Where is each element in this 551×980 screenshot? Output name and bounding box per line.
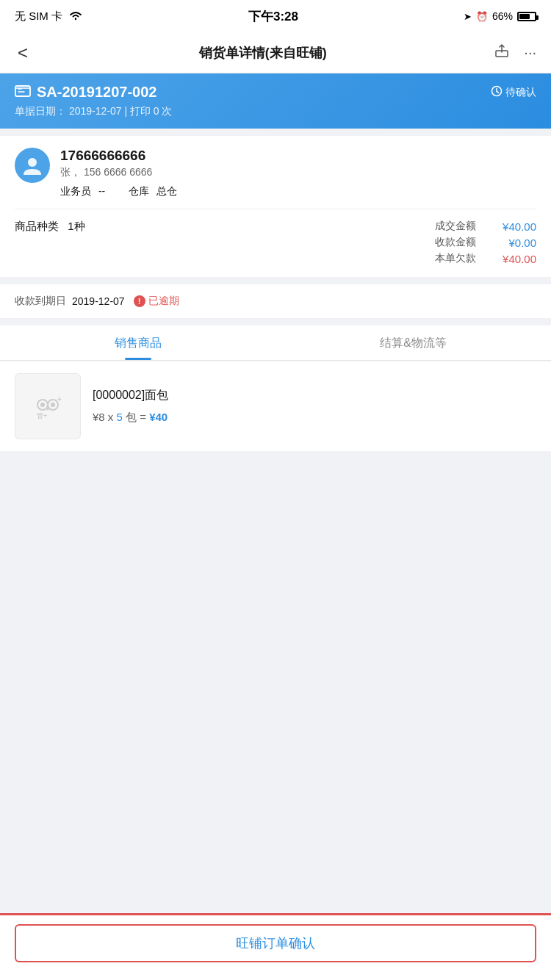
received-value: ¥0.00 [485, 237, 536, 249]
sales-value: -- [98, 185, 105, 197]
divider [15, 209, 536, 209]
svg-text:+: + [57, 395, 62, 403]
customer-name-phone: 张， 156 6666 6666 [60, 166, 536, 179]
customer-name: 张 [60, 166, 71, 178]
product-type-stat: 商品种类 1种 [15, 220, 85, 234]
order-header-card: SA-20191207-002 待确认 单据日期： 2019-12-07 | 打… [0, 73, 551, 129]
status-clock-icon [491, 85, 503, 99]
print-info: | 打印 0 次 [124, 105, 172, 117]
svg-point-0 [75, 18, 76, 19]
page-title: 销货单详情(来自旺铺) [199, 44, 327, 62]
nav-bar: < 销货单详情(来自旺铺) ··· [0, 32, 551, 73]
customer-card: 17666666666 张， 156 6666 6666 业务员 -- 仓库 总… [0, 136, 551, 277]
stats-section: 商品种类 1种 成交金额 ¥40.00 收款金额 ¥0.00 本单欠款 ¥40.… [15, 220, 536, 265]
svg-rect-2 [15, 86, 30, 96]
order-date: 2019-12-07 [69, 105, 122, 117]
product-price: ¥8 [93, 411, 105, 423]
carrier-label: 无 SIM 卡 [15, 10, 62, 24]
warehouse: 仓库 总仓 [129, 185, 177, 198]
owed-value: ¥40.00 [485, 253, 536, 265]
wifi-icon [68, 10, 83, 23]
due-date-label: 收款到期日 [15, 295, 66, 308]
status-left: 无 SIM 卡 [15, 10, 83, 24]
order-date-info: 单据日期： 2019-12-07 | 打印 0 次 [15, 105, 536, 118]
product-qty: 5 [117, 411, 123, 423]
customer-info: 17666666666 张， 156 6666 6666 业务员 -- 仓库 总… [60, 148, 536, 198]
equals-sign: = [140, 411, 149, 423]
product-price-row: ¥8 x 5 包 = ¥40 [93, 411, 536, 425]
location-icon: ➤ [464, 11, 472, 22]
back-button[interactable]: < [12, 37, 34, 69]
status-time: 下午3:28 [248, 8, 298, 25]
battery-icon [517, 12, 536, 21]
svg-text:管+: 管+ [37, 412, 47, 419]
product-thumbnail: + 管+ [15, 373, 81, 439]
order-id-icon [15, 84, 31, 101]
nav-actions: ··· [491, 40, 539, 65]
customer-meta: 业务员 -- 仓库 总仓 [60, 185, 536, 198]
multiply-sign: x [108, 411, 117, 423]
confirm-order-button[interactable]: 旺铺订单确认 [15, 924, 536, 962]
export-button[interactable] [491, 40, 512, 65]
product-total: ¥40 [149, 411, 168, 423]
svg-point-4 [28, 158, 37, 167]
product-unit: 包 [126, 411, 137, 423]
customer-alt-phone: 156 6666 6666 [84, 166, 152, 178]
sales-rep: 业务员 -- [60, 185, 105, 198]
alarm-icon: ⏰ [476, 11, 488, 22]
tab-sales-products[interactable]: 销售商品 [0, 325, 276, 360]
status-bar: 无 SIM 卡 下午3:28 ➤ ⏰ 66% [0, 0, 551, 32]
overdue-text: 已逾期 [148, 295, 179, 308]
status-right: ➤ ⏰ 66% [464, 10, 536, 22]
stats-left: 商品种类 1种 [15, 220, 85, 234]
battery-percent: 66% [492, 10, 513, 22]
overdue-badge: ! 已逾期 [134, 295, 179, 308]
product-card: + 管+ [0000002]面包 ¥8 x 5 包 = ¥40 [0, 361, 551, 451]
tabs-section: 销售商品 结算&物流等 [0, 325, 551, 361]
overdue-icon: ! [134, 295, 145, 307]
order-status: 待确认 [491, 85, 536, 99]
more-button[interactable]: ··· [521, 41, 539, 64]
product-info: [0000002]面包 ¥8 x 5 包 = ¥40 [93, 388, 536, 425]
customer-phone: 17666666666 [60, 148, 536, 164]
tabs-row: 销售商品 结算&物流等 [0, 325, 551, 360]
product-name: [0000002]面包 [93, 388, 536, 403]
bottom-action-bar: 旺铺订单确认 [0, 913, 551, 980]
order-id-text: SA-20191207-002 [37, 84, 156, 101]
stats-right: 成交金额 ¥40.00 收款金额 ¥0.00 本单欠款 ¥40.00 [435, 220, 536, 265]
deal-amount-value: ¥40.00 [485, 220, 536, 233]
svg-point-8 [51, 403, 55, 407]
date-label: 单据日期： [15, 105, 66, 117]
received-row: 收款金额 ¥0.00 [435, 236, 536, 249]
tab-settlement-logistics[interactable]: 结算&物流等 [276, 325, 551, 360]
product-logo: + 管+ [29, 392, 66, 421]
svg-point-7 [40, 403, 45, 407]
order-id: SA-20191207-002 [15, 84, 156, 101]
empty-space [0, 451, 551, 657]
avatar [15, 148, 50, 183]
warehouse-value: 总仓 [156, 185, 177, 197]
status-text: 待确认 [505, 86, 536, 99]
due-date-value: 2019-12-07 [72, 295, 125, 307]
owed-row: 本单欠款 ¥40.00 [435, 252, 536, 265]
due-date-section: 收款到期日 2019-12-07 ! 已逾期 [0, 284, 551, 318]
deal-amount-row: 成交金额 ¥40.00 [435, 220, 536, 233]
